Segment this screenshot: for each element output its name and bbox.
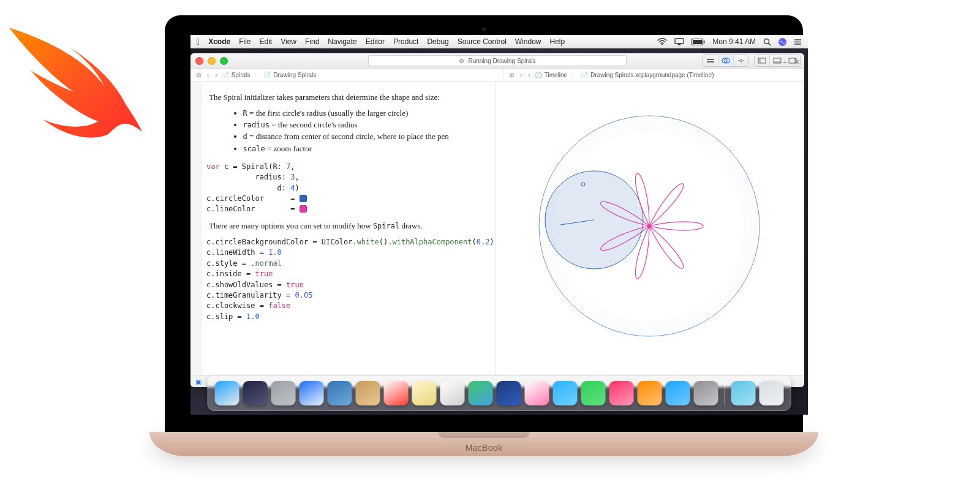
svg-rect-18 — [774, 61, 781, 63]
doc-mid: There are many options you can set to mo… — [209, 221, 483, 231]
editor-mode-segment[interactable] — [703, 55, 749, 67]
xcode-titlebar: ⚙︎ Running Drawing Spirals — [190, 53, 804, 69]
spotlight-icon[interactable] — [763, 38, 771, 46]
menu-debug[interactable]: Debug — [427, 37, 448, 46]
airplay-icon[interactable] — [674, 38, 684, 45]
code-block-1[interactable]: var c = Spiral(R: 7, radius: 3, d: 4) c.… — [206, 162, 483, 215]
camera-dot — [482, 28, 486, 31]
crumb-project[interactable]: Spirals — [232, 72, 251, 78]
menubar-clock[interactable]: Mon 9:41 AM — [712, 37, 756, 46]
dock-app-maps[interactable] — [469, 381, 493, 405]
notifications-icon[interactable] — [794, 39, 802, 45]
dock-app-downloads[interactable] — [731, 381, 756, 405]
add-assistant-button[interactable]: ＋ — [781, 57, 789, 68]
window-zoom-button[interactable] — [220, 57, 228, 65]
svg-rect-11 — [707, 59, 714, 60]
crumb-file[interactable]: Drawing Spirals — [273, 72, 316, 78]
dock-app-itunes[interactable] — [609, 381, 634, 405]
nav-forward-icon[interactable]: › — [213, 72, 219, 78]
editor-version-button[interactable] — [733, 55, 748, 66]
dock-app-notes[interactable] — [412, 381, 437, 405]
timeline-live-view — [496, 82, 804, 375]
dock-app-photos-legacy[interactable] — [328, 381, 352, 405]
macbook-device:  Xcode File Edit View Find Navigate Edi… — [149, 15, 818, 476]
menu-navigate[interactable]: Navigate — [328, 37, 356, 46]
related-items-icon[interactable]: ⊞ — [194, 72, 203, 78]
jump-bar-right[interactable]: ⊞ ‹ › 🕘 Timeline 〉 📄 Drawing Spirals.xcp… — [503, 69, 804, 81]
menu-find[interactable]: Find — [305, 37, 319, 46]
code-block-2[interactable]: c.circleBackgroundColor = UIColor.white(… — [206, 237, 483, 322]
svg-point-0 — [662, 44, 663, 45]
dock-app-reminders[interactable] — [440, 381, 465, 405]
toggle-navigator-button[interactable] — [755, 55, 769, 66]
dock-app-calendar[interactable] — [384, 381, 409, 405]
doc-intro: The Spiral initializer takes parameters … — [209, 92, 483, 102]
activity-status-text: Running Drawing Spirals — [468, 58, 535, 64]
close-assistant-button[interactable]: ✕ — [794, 58, 801, 67]
menu-file[interactable]: File — [239, 37, 251, 46]
svg-point-31 — [647, 224, 651, 228]
battery-icon[interactable] — [692, 39, 705, 45]
macos-menubar:  Xcode File Edit View Find Navigate Edi… — [190, 35, 808, 48]
menu-editor[interactable]: Editor — [366, 37, 385, 46]
swift-logo-icon — [0, 18, 153, 141]
nav-back-icon[interactable]: ‹ — [205, 72, 211, 78]
related-items-icon[interactable]: ⊞ — [507, 72, 516, 78]
dock-app-contacts[interactable] — [356, 381, 380, 405]
menu-source-control[interactable]: Source Control — [458, 37, 507, 46]
dock-app-app-store[interactable] — [666, 381, 690, 405]
window-minimize-button[interactable] — [208, 57, 216, 65]
apple-menu-icon[interactable]:  — [197, 37, 200, 47]
menu-help[interactable]: Help — [550, 37, 565, 46]
svg-rect-16 — [758, 58, 761, 63]
dock-app-trash[interactable] — [760, 381, 784, 405]
dock-app-messages[interactable] — [553, 381, 578, 405]
editor-standard-button[interactable] — [703, 55, 718, 66]
macos-dock — [208, 375, 791, 411]
nav-forward-icon[interactable]: › — [526, 72, 532, 78]
laptop-brand-label: MacBook — [466, 443, 502, 453]
doc-bullets: R = the first circle's radius (usually t… — [219, 108, 483, 154]
dock-app-xcode[interactable] — [497, 381, 521, 405]
menu-view[interactable]: View — [281, 37, 296, 46]
dock-app-photos[interactable] — [525, 381, 549, 405]
siri-menubar-icon[interactable] — [778, 38, 786, 46]
svg-rect-4 — [704, 40, 705, 43]
menu-edit[interactable]: Edit — [259, 37, 272, 46]
circle-color-swatch[interactable] — [300, 195, 307, 202]
menu-product[interactable]: Product — [393, 37, 418, 46]
nav-back-icon[interactable]: ‹ — [518, 72, 524, 78]
dock-separator — [725, 382, 725, 405]
dock-app-ibooks[interactable] — [638, 381, 662, 405]
menu-window[interactable]: Window — [515, 37, 541, 46]
spiral-rendering — [496, 82, 802, 370]
crumb-timeline[interactable]: Timeline — [545, 72, 567, 78]
dock-app-finder[interactable] — [215, 381, 239, 405]
menubar-app-name[interactable]: Xcode — [208, 37, 230, 46]
dock-app-launchpad[interactable] — [271, 381, 296, 405]
editor-gutter — [190, 82, 202, 375]
editor-assistant-button[interactable] — [718, 55, 733, 66]
svg-rect-12 — [707, 61, 714, 62]
window-close-button[interactable] — [195, 57, 203, 65]
wifi-icon[interactable] — [657, 38, 667, 45]
dock-app-safari[interactable] — [300, 381, 324, 405]
line-color-swatch[interactable] — [300, 205, 307, 213]
dock-app-system-preferences[interactable] — [694, 381, 718, 405]
svg-line-6 — [769, 43, 771, 45]
dock-app-siri[interactable] — [243, 381, 268, 405]
playground-editor-pane[interactable]: The Spiral initializer takes parameters … — [190, 82, 496, 375]
svg-rect-1 — [675, 39, 684, 43]
jump-bar-left[interactable]: ⊞ ‹ › 📄 Spirals 〉 📄 Drawing Spirals — [190, 69, 503, 81]
dock-app-facetime[interactable] — [581, 381, 606, 405]
execute-playground-icon[interactable]: ▣ — [195, 378, 202, 386]
crumb-timeline-file[interactable]: Drawing Spirals.xcplaygroundpage (Timeli… — [590, 72, 714, 78]
activity-status-field: ⚙︎ Running Drawing Spirals — [368, 55, 627, 66]
svg-rect-3 — [693, 40, 702, 44]
xcode-window: ⚙︎ Running Drawing Spirals — [190, 53, 804, 387]
